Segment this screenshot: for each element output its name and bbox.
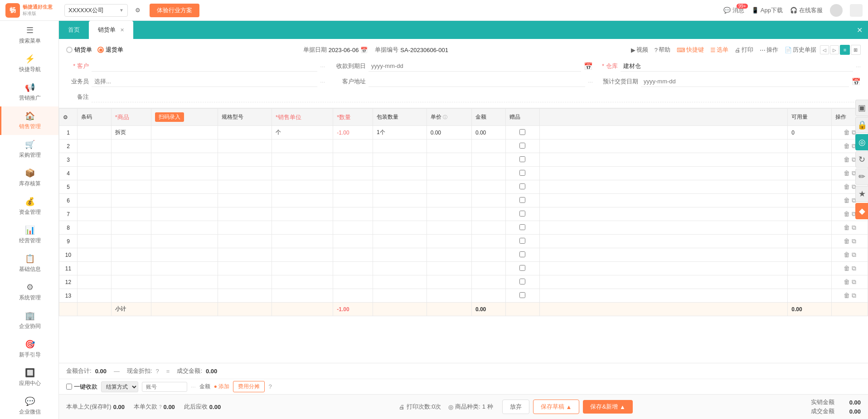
toolbar-ops-btn[interactable]: ⋯ 操作 bbox=[757, 44, 781, 55]
toolbar-print-btn[interactable]: 🖨 打印 bbox=[732, 44, 756, 55]
copy-icon[interactable]: ⧉ bbox=[852, 292, 856, 299]
gift-checkbox[interactable] bbox=[519, 197, 525, 203]
customer-more-icon[interactable]: ··· bbox=[320, 63, 325, 70]
expected-date-input[interactable] bbox=[641, 76, 849, 87]
customer-address-input[interactable] bbox=[369, 76, 585, 87]
sidebar-item-sales[interactable]: 🏠 销售管理 bbox=[0, 106, 58, 135]
sidebar-item-operations[interactable]: 📊 经营管理 bbox=[0, 221, 58, 249]
payment-cb-input[interactable] bbox=[66, 384, 72, 390]
settings-icon[interactable]: ⚙ bbox=[131, 4, 144, 17]
sfb-2[interactable]: 🔒 bbox=[855, 117, 868, 133]
gift-checkbox[interactable] bbox=[519, 156, 525, 162]
warehouse-more-icon[interactable]: ··· bbox=[856, 63, 861, 70]
salesperson-more-icon[interactable]: ··· bbox=[320, 78, 325, 85]
gift-checkbox[interactable] bbox=[519, 129, 525, 135]
sidebar-item-system[interactable]: ⚙ 系统管理 bbox=[0, 278, 58, 306]
sidebar-item-quick-nav[interactable]: ⚡ 快捷导航 bbox=[0, 49, 58, 78]
message-btn[interactable]: 💬 消息 99+ bbox=[723, 6, 744, 14]
delete-icon[interactable]: 🗑 bbox=[844, 265, 850, 272]
salesperson-input[interactable] bbox=[92, 76, 317, 87]
toolbar-shortcut-btn[interactable]: ⌨ 快捷键 bbox=[674, 44, 707, 55]
close-tab-icon[interactable]: ✕ bbox=[851, 26, 868, 34]
sidebar-item-enterprise[interactable]: 🏢 企业协同 bbox=[0, 306, 58, 335]
copy-icon[interactable]: ⧉ bbox=[852, 265, 856, 272]
remark-input[interactable] bbox=[92, 92, 861, 102]
sidebar-item-search[interactable]: ☰ 搜索菜单 bbox=[0, 21, 58, 49]
delete-icon[interactable]: 🗑 bbox=[844, 292, 850, 299]
radio-sales[interactable]: 销货单 bbox=[66, 46, 92, 54]
copy-icon[interactable]: ⧉ bbox=[852, 251, 856, 259]
account-more-icon[interactable]: ··· bbox=[191, 383, 196, 390]
delete-icon[interactable]: 🗑 bbox=[844, 210, 850, 218]
copy-icon[interactable]: ⧉ bbox=[852, 237, 856, 245]
sfb-7[interactable]: ◆ bbox=[855, 203, 868, 219]
sidebar-item-wechat[interactable]: 💬 企业微信 bbox=[0, 392, 58, 419]
tab-close-icon[interactable]: ✕ bbox=[120, 27, 124, 33]
settlement-select[interactable]: 结算方式 bbox=[101, 381, 138, 392]
col-settings[interactable]: ⚙ bbox=[59, 109, 78, 126]
delete-icon[interactable]: 🗑 bbox=[844, 129, 850, 136]
gift-checkbox[interactable] bbox=[519, 211, 525, 217]
next-btn[interactable]: ▷ bbox=[830, 45, 839, 54]
gift-checkbox[interactable] bbox=[519, 143, 525, 149]
prev-btn[interactable]: ◁ bbox=[820, 45, 829, 54]
save-new-btn[interactable]: 保存&新增 ▲ bbox=[583, 400, 633, 414]
delete-icon[interactable]: 🗑 bbox=[844, 251, 850, 259]
sidebar-item-guide[interactable]: 🎯 新手引导 bbox=[0, 335, 58, 363]
delete-icon[interactable]: 🗑 bbox=[844, 237, 850, 245]
sidebar-item-marketing[interactable]: 📢 营销推广 bbox=[0, 78, 58, 106]
gift-checkbox[interactable] bbox=[519, 238, 525, 244]
tab-sales-order[interactable]: 销货单 ✕ bbox=[89, 21, 133, 39]
sfb-4[interactable]: ↻ bbox=[855, 151, 868, 168]
sidebar-item-finance[interactable]: 💰 资金管理 bbox=[0, 192, 58, 221]
sfb-1[interactable]: ▣ bbox=[855, 100, 868, 116]
abandon-btn[interactable]: 放弃 bbox=[502, 400, 529, 414]
avatar[interactable] bbox=[830, 4, 843, 17]
scan-btn[interactable]: 扫码录入 bbox=[155, 112, 184, 122]
gift-checkbox[interactable] bbox=[519, 170, 525, 176]
payment-checkbox[interactable]: 一键收款 bbox=[66, 383, 97, 391]
gift-checkbox[interactable] bbox=[519, 224, 525, 230]
gift-checkbox[interactable] bbox=[519, 265, 525, 271]
expected-date-calendar-icon[interactable]: 📅 bbox=[852, 77, 861, 86]
gift-checkbox[interactable] bbox=[519, 292, 525, 298]
sfb-3[interactable]: ◎ bbox=[855, 134, 868, 150]
sidebar-item-inventory[interactable]: 📦 库存核算 bbox=[0, 164, 58, 192]
warehouse-input[interactable] bbox=[621, 61, 853, 72]
gift-checkbox[interactable] bbox=[519, 251, 525, 257]
radio-return[interactable]: 退货单 bbox=[97, 46, 123, 54]
customer-input[interactable] bbox=[92, 61, 317, 72]
delete-icon[interactable]: 🗑 bbox=[844, 142, 850, 150]
gift-checkbox[interactable] bbox=[519, 183, 525, 189]
add-expense-btn[interactable]: ● 添加 bbox=[214, 383, 230, 390]
delete-icon[interactable]: 🗑 bbox=[844, 156, 850, 164]
calendar-icon[interactable]: 📅 bbox=[360, 47, 368, 53]
toolbar-filter-btn[interactable]: ☰ 选单 bbox=[708, 44, 731, 55]
company-selector[interactable]: XXXXXX公司 ▼ bbox=[64, 4, 128, 17]
view-grid-btn[interactable]: ⊞ bbox=[851, 45, 861, 55]
copy-icon[interactable]: ⧉ bbox=[852, 224, 856, 231]
due-date-input[interactable] bbox=[369, 61, 581, 72]
sidebar-item-appcenter[interactable]: 🔲 应用中心 bbox=[0, 363, 58, 392]
sfb-6[interactable]: ★ bbox=[855, 186, 868, 202]
toolbar-video-btn[interactable]: ▶ 视频 bbox=[628, 44, 651, 55]
due-date-calendar-icon[interactable]: 📅 bbox=[584, 62, 593, 71]
app-download-btn[interactable]: 📱 App下载 bbox=[752, 6, 783, 14]
toolbar-help-btn[interactable]: ? 帮助 bbox=[652, 44, 673, 55]
delete-icon[interactable]: 🗑 bbox=[844, 183, 850, 191]
sidebar-item-purchase[interactable]: 🛒 采购管理 bbox=[0, 135, 58, 164]
online-service-btn[interactable]: 🎧 在线客服 bbox=[790, 6, 823, 14]
delete-icon[interactable]: 🗑 bbox=[844, 169, 850, 177]
toolbar-history-btn[interactable]: 📄 历史单据 bbox=[782, 44, 819, 55]
save-draft-btn[interactable]: 保存草稿 ▲ bbox=[533, 400, 580, 414]
sfb-5[interactable]: ✏ bbox=[855, 169, 868, 185]
copy-icon[interactable]: ⧉ bbox=[852, 278, 856, 286]
delete-icon[interactable]: 🗑 bbox=[844, 224, 850, 231]
sidebar-item-basic[interactable]: 📋 基础信息 bbox=[0, 249, 58, 278]
view-list-btn[interactable]: ≡ bbox=[840, 45, 850, 55]
address-more-icon[interactable]: ··· bbox=[588, 78, 593, 85]
gift-checkbox[interactable] bbox=[519, 279, 525, 284]
experience-btn[interactable]: 体验行业方案 bbox=[150, 4, 199, 17]
user-menu-btn[interactable] bbox=[850, 4, 863, 17]
expense-split-btn[interactable]: 费用分摊 bbox=[233, 381, 265, 392]
